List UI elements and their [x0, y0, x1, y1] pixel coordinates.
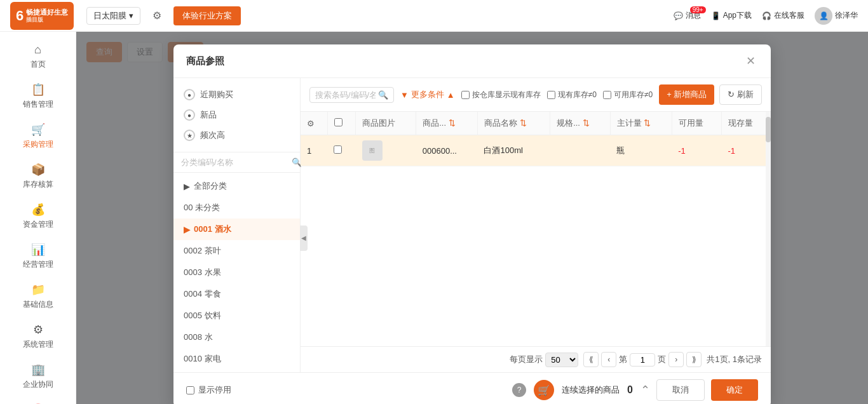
system-icon: ⚙ — [33, 323, 43, 337]
sidebar-item-finance[interactable]: 💰 资金管理 — [0, 196, 76, 236]
sidebar-item-home[interactable]: ⌂ 首页 — [0, 37, 76, 76]
sidebar-item-basic[interactable]: 📁 基础信息 — [0, 276, 76, 316]
table-row[interactable]: 1 图 000600... 白酒100ml 瓶 — [301, 135, 771, 166]
filter-more-button[interactable]: ▼ 更多条件 ▲ — [400, 89, 455, 100]
help-icon[interactable]: ? — [512, 383, 526, 397]
sidebar-label-enterprise: 企业协同 — [23, 379, 53, 390]
filter-existing-checkbox[interactable] — [547, 91, 555, 99]
sidebar-label-sales: 销售管理 — [23, 99, 53, 110]
show-disabled-text: 显示停用 — [198, 384, 231, 396]
row-select-checkbox[interactable] — [334, 145, 342, 154]
category-item-00[interactable]: 00 未分类 — [173, 197, 300, 219]
category-search-input[interactable] — [181, 158, 288, 167]
filter-existing-stock[interactable]: 现有库存≠0 — [547, 90, 597, 100]
user-nav-item[interactable]: 👤 徐泽华 — [815, 7, 858, 25]
category-item-0010[interactable]: 0010 家电 — [173, 348, 300, 370]
search-icon: 🔍 — [378, 90, 388, 100]
row-unit: 瓶 — [610, 135, 672, 166]
avatar: 👤 — [815, 7, 832, 25]
chevron-down-icon: ▾ — [129, 11, 133, 20]
app-download-nav-item[interactable]: 📱 App下载 — [711, 10, 752, 21]
modal-close-button[interactable]: ✕ — [743, 53, 758, 69]
last-page-button[interactable]: ⟫ — [686, 352, 702, 367]
product-reference-modal: 商品参照 ✕ ● 近期购买 ● 新品 — [173, 44, 771, 404]
scrollbar-thumb[interactable] — [766, 117, 771, 142]
category-item-0003[interactable]: 0003 水果 — [173, 262, 300, 283]
cart-button[interactable]: 🛒 — [534, 380, 554, 400]
sidebar-item-operations[interactable]: 📊 经营管理 — [0, 236, 76, 276]
cancel-button[interactable]: 取消 — [656, 379, 705, 401]
brand-line2: 插目版 — [26, 17, 68, 24]
next-page-button[interactable]: › — [668, 352, 684, 367]
row-stock: -1 — [721, 135, 771, 166]
frequent-icon: ★ — [184, 130, 195, 141]
show-disabled-label[interactable]: 显示停用 — [186, 384, 231, 396]
sort-unit-icon: ⇅ — [644, 118, 651, 128]
category-label-0002: 0002 茶叶 — [184, 245, 221, 257]
sidebar-label-finance: 资金管理 — [23, 219, 53, 230]
filter-available-stock[interactable]: 可用库存≠0 — [603, 90, 653, 100]
filter-by-warehouse-label: 按仓库显示现有库存 — [472, 90, 541, 100]
sidebar-item-purchase[interactable]: 🛒 采购管理 — [0, 116, 76, 156]
purchase-icon: 🛒 — [31, 123, 45, 137]
search-input-wrap: 🔍 — [309, 87, 394, 103]
sidebar-item-enterprise[interactable]: 🏢 企业协同 — [0, 356, 76, 396]
sidebar-item-sales[interactable]: 📋 销售管理 — [0, 76, 76, 116]
filter-by-warehouse-checkbox[interactable] — [461, 91, 470, 99]
sidebar-label-inventory: 库存核算 — [23, 179, 53, 190]
sidebar-item-guide[interactable]: 🎯 新手引导 — [0, 396, 76, 404]
brand-number: 6 — [16, 8, 24, 24]
row-checkbox[interactable] — [327, 135, 355, 166]
category-item-0001[interactable]: ▶ 0001 酒水 — [173, 219, 300, 240]
category-item-all[interactable]: ▶ 全部分类 — [173, 175, 300, 197]
messages-nav-item[interactable]: 💬 消息 99+ — [674, 10, 701, 21]
col-unit: 主计量 ⇅ — [610, 112, 672, 135]
headset-icon: 🎧 — [762, 11, 771, 20]
category-arrow-0001: ▶ — [184, 225, 190, 234]
page-size-dropdown[interactable]: 50 10 20 100 — [545, 353, 578, 367]
new-icon: ● — [184, 109, 195, 121]
first-page-button[interactable]: ⟪ — [583, 352, 599, 367]
show-disabled-checkbox[interactable] — [186, 386, 194, 394]
home-icon: ⌂ — [34, 43, 41, 57]
settings-icon[interactable]: ⚙ — [147, 6, 167, 26]
quick-filter-new-label: 新品 — [200, 109, 217, 121]
sidebar-label-system: 系统管理 — [23, 339, 53, 350]
refresh-button[interactable]: ↻ 刷新 — [719, 84, 762, 105]
sidebar-item-inventory[interactable]: 📦 库存核算 — [0, 156, 76, 196]
quick-filter-frequent[interactable]: ★ 频次高 — [173, 125, 300, 145]
experience-button[interactable]: 体验行业方案 — [173, 6, 241, 25]
col-settings[interactable]: ⚙ — [301, 112, 327, 135]
category-item-0008[interactable]: 0008 水 — [173, 327, 300, 348]
category-item-0002[interactable]: 0002 茶叶 — [173, 240, 300, 262]
category-label-0010: 0010 家电 — [184, 353, 221, 365]
left-panel: ● 近期购买 ● 新品 ★ 频次高 ◀ — [173, 78, 301, 372]
footer-buttons: 取消 确定 — [656, 379, 758, 401]
quick-filter-recent[interactable]: ● 近期购买 — [173, 84, 300, 105]
select-all-checkbox[interactable] — [334, 118, 342, 126]
sidebar-item-system[interactable]: ⚙ 系统管理 — [0, 316, 76, 356]
chevron-up-icon: ▲ — [447, 90, 455, 100]
right-panel: 🔍 ▼ 更多条件 ▲ 按仓库显示现有库存 — [301, 78, 771, 372]
filter-available-checkbox[interactable] — [603, 91, 611, 99]
filter-by-warehouse[interactable]: 按仓库显示现有库存 — [461, 90, 541, 100]
page-number-input[interactable] — [630, 353, 655, 367]
online-service-nav-item[interactable]: 🎧 在线客服 — [762, 10, 804, 21]
prev-page-button[interactable]: ‹ — [601, 352, 616, 367]
quick-filter-new[interactable]: ● 新品 — [173, 105, 300, 125]
store-selector[interactable]: 日太阳膜 ▾ — [86, 7, 140, 25]
category-list: ▶ 全部分类 00 未分类 ▶ 0001 酒水 0002 茶 — [173, 173, 300, 372]
sort-icon: ⇅ — [449, 118, 456, 128]
filter-more-label: 更多条件 — [411, 89, 444, 100]
cart-collapse-button[interactable]: ⌃ — [641, 383, 650, 397]
sidebar-label-home: 首页 — [31, 59, 46, 70]
category-item-0005[interactable]: 0005 饮料 — [173, 305, 300, 327]
filter-icon: ▼ — [400, 90, 409, 100]
category-item-0004[interactable]: 0004 零食 — [173, 283, 300, 305]
page-nav: ⟪ ‹ 第 页 › ⟫ — [583, 352, 702, 367]
add-product-button[interactable]: + 新增商品 — [659, 84, 714, 105]
category-search: 🔍 — [173, 152, 300, 173]
page-size-select: 每页显示 50 10 20 100 — [510, 353, 578, 367]
confirm-button[interactable]: 确定 — [711, 379, 758, 401]
search-input[interactable] — [315, 90, 376, 100]
